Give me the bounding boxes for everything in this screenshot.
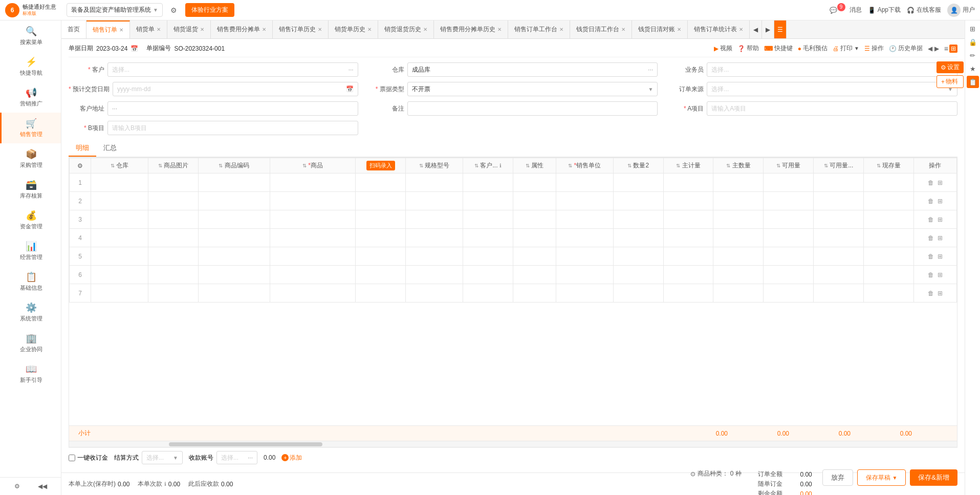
- tab-sales-order[interactable]: 销售订单 ✕: [86, 20, 130, 39]
- list-view-icon[interactable]: ≡: [944, 45, 948, 53]
- view-btn[interactable]: ▶ 视频: [714, 44, 732, 53]
- right-action-btn-4[interactable]: ★: [967, 62, 979, 75]
- scroll-thumb[interactable]: [169, 442, 322, 446]
- tab-prev-btn[interactable]: ◀: [750, 20, 762, 39]
- tab-close-order-history[interactable]: ✕: [318, 27, 322, 32]
- user-menu[interactable]: 👤 用户: [947, 4, 975, 17]
- tab-close-sales-expense[interactable]: ✕: [262, 27, 266, 32]
- profit-btn[interactable]: ● 毛利预估: [798, 44, 827, 53]
- row-copy-6[interactable]: ⊞: [938, 271, 943, 278]
- row-copy-5[interactable]: ⊞: [938, 253, 943, 260]
- tab-invoice-history[interactable]: 销货单历史 ✕: [329, 20, 378, 39]
- right-action-btn-5[interactable]: 📋: [967, 76, 979, 88]
- account-select[interactable]: 选择... ···: [216, 451, 257, 464]
- tab-order-history[interactable]: 销售订单历史 ✕: [273, 20, 329, 39]
- add-material-btn[interactable]: + 物料: [937, 75, 964, 88]
- delivery-date-input[interactable]: yyyy-mm-dd 📅: [113, 82, 358, 96]
- online-service-button[interactable]: 🎧 在线客服: [907, 6, 941, 14]
- settings-quick-btn[interactable]: ⚙ 设置: [937, 61, 964, 73]
- tab-sales-invoice[interactable]: 销货单 ✕: [130, 20, 167, 39]
- tab-order-workbench[interactable]: 销售订单工作台 ✕: [508, 20, 570, 39]
- tab-next-btn[interactable]: ▶: [762, 20, 774, 39]
- col-unit[interactable]: ⇅ *销售单位: [556, 158, 613, 174]
- tab-close-daily-workbench[interactable]: ✕: [621, 27, 625, 32]
- sidebar-item-marketing[interactable]: 📢 营销推广: [0, 82, 61, 113]
- save-new-button[interactable]: 保存&新增: [910, 469, 957, 486]
- payment-method-select[interactable]: 选择... ▼: [142, 451, 183, 464]
- row-delete-5[interactable]: 🗑: [928, 253, 934, 260]
- row-copy-2[interactable]: ⊞: [938, 198, 943, 205]
- a-project-input[interactable]: 请输入A项目: [707, 101, 957, 116]
- tab-expense-history[interactable]: 销售费用分摊单历史 ✕: [434, 20, 508, 39]
- sidebar-item-sales[interactable]: 🛒 销售管理: [0, 113, 61, 143]
- tab-close-order-workbench[interactable]: ✕: [559, 27, 563, 32]
- tab-close-daily-reconcile[interactable]: ✕: [677, 27, 681, 32]
- row-copy-1[interactable]: ⊞: [938, 179, 943, 186]
- b-project-input[interactable]: 请输入B项目: [107, 121, 358, 135]
- one-click-checkbox[interactable]: 一键收订金: [69, 454, 108, 462]
- col-product[interactable]: ⇅ *商品: [270, 158, 356, 174]
- add-payment-btn[interactable]: + 添加: [281, 454, 302, 462]
- sidebar-item-enterprise[interactable]: 🏢 企业协同: [0, 328, 61, 358]
- app-download-button[interactable]: 📱 App下载: [868, 6, 901, 14]
- invoice-type-select[interactable]: 不开票 ▼: [407, 82, 658, 96]
- tab-daily-workbench[interactable]: 钱货日清工作台 ✕: [570, 20, 632, 39]
- tab-close-return-history[interactable]: ✕: [423, 27, 427, 32]
- warehouse-ellipsis-btn[interactable]: ···: [648, 66, 653, 73]
- sidebar-item-search[interactable]: 🔍 搜索菜单: [0, 20, 61, 51]
- customer-address-input[interactable]: ···: [107, 101, 358, 116]
- one-click-checkbox-input[interactable]: [69, 455, 75, 461]
- row-copy-3[interactable]: ⊞: [938, 216, 943, 223]
- calendar-icon[interactable]: 📅: [130, 45, 138, 52]
- row-copy-4[interactable]: ⊞: [938, 234, 943, 242]
- collapse-icon[interactable]: ◀◀: [38, 483, 47, 490]
- help-btn[interactable]: ❓ 帮助: [737, 44, 759, 53]
- sidebar-item-inventory[interactable]: 🗃️ 库存核算: [0, 174, 61, 205]
- col-spec[interactable]: ⇅ 规格型号: [406, 158, 463, 174]
- sidebar-item-purchase[interactable]: 📦 采购管理: [0, 143, 61, 174]
- right-action-btn-3[interactable]: ✏: [967, 49, 979, 61]
- col-image[interactable]: ⇅ 商品图片: [148, 158, 198, 174]
- order-source-select[interactable]: 选择... ▼: [707, 82, 957, 96]
- right-action-btn-2[interactable]: 🔒: [967, 36, 979, 48]
- sidebar-item-system[interactable]: ⚙️ 系统管理: [0, 297, 61, 328]
- right-action-btn-1[interactable]: ⊞: [967, 23, 979, 35]
- col-qty2[interactable]: ⇅ 数量2: [613, 158, 663, 174]
- tab-sales-expense[interactable]: 销售费用分摊单 ✕: [211, 20, 273, 39]
- col-main-unit[interactable]: ⇅ 主计量: [663, 158, 713, 174]
- row-delete-7[interactable]: 🗑: [928, 290, 934, 297]
- tab-close-sales-invoice[interactable]: ✕: [157, 27, 161, 32]
- customer-ellipsis-btn[interactable]: ···: [349, 66, 354, 73]
- col-stock[interactable]: ⇅ 现存量: [864, 158, 914, 174]
- col-attribute[interactable]: ⇅ 属性: [513, 158, 556, 174]
- tab-detail[interactable]: 明细: [69, 140, 96, 157]
- message-button[interactable]: 💬 9 消息: [830, 6, 862, 14]
- tab-sales-return[interactable]: 销货退货 ✕: [167, 20, 211, 39]
- scan-button[interactable]: 扫码录入: [366, 161, 395, 170]
- sidebar-item-finance[interactable]: 💰 资金管理: [0, 205, 61, 235]
- tab-close-sales-order[interactable]: ✕: [119, 27, 123, 33]
- col-code[interactable]: ⇅ 商品编码: [198, 158, 270, 174]
- grid-view-icon[interactable]: ⊞: [949, 45, 957, 53]
- print-btn[interactable]: 🖨 打印 ▼: [833, 44, 859, 53]
- tab-close-invoice-history[interactable]: ✕: [367, 27, 372, 32]
- shortcut-btn[interactable]: ⌨ 快捷键: [764, 44, 793, 53]
- settings-icon[interactable]: ⚙: [167, 3, 181, 17]
- tab-order-summary[interactable]: 销售订单统计表 ✕: [688, 20, 750, 39]
- row-copy-7[interactable]: ⊞: [938, 290, 943, 297]
- operation-btn[interactable]: ☰ 操作: [864, 44, 884, 53]
- tab-close-order-summary[interactable]: ✕: [739, 27, 743, 32]
- save-draft-button[interactable]: 保存草稿 ▼: [857, 469, 906, 486]
- discard-button[interactable]: 放弃: [822, 469, 853, 486]
- sales-rep-input[interactable]: 选择... ···: [707, 62, 957, 77]
- tab-summary[interactable]: 汇总: [96, 140, 124, 157]
- row-delete-1[interactable]: 🗑: [928, 179, 934, 186]
- tab-return-history[interactable]: 销货退货历史 ✕: [378, 20, 434, 39]
- settings-bottom-icon[interactable]: ⚙: [14, 483, 20, 490]
- tab-daily-reconcile[interactable]: 钱货日清对账 ✕: [632, 20, 688, 39]
- industry-button[interactable]: 体验行业方案: [185, 3, 234, 17]
- next-record-icon[interactable]: ▶: [934, 45, 939, 52]
- row-delete-6[interactable]: 🗑: [928, 271, 934, 278]
- customer-input[interactable]: 选择... ···: [107, 62, 358, 77]
- history-btn[interactable]: 🕐 历史单据: [889, 44, 923, 53]
